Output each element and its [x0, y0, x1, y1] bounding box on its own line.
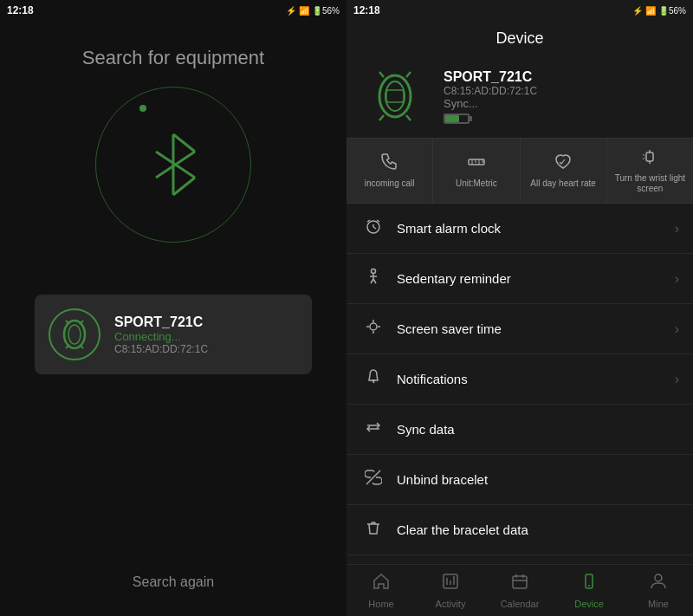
right-status-icons: ⚡ 📶 🔋56% — [632, 6, 686, 16]
battery-bar — [444, 113, 470, 124]
quick-action-incoming-call[interactable]: incoming call — [346, 139, 433, 203]
device-sync-status: Sync... — [444, 97, 679, 110]
bt-dot — [139, 105, 146, 112]
svg-line-37 — [373, 279, 376, 283]
menu-item-clear[interactable]: Clear the bracelet data — [346, 505, 693, 555]
left-panel: 12:18 ⚡ 📶 🔋56% Search for equipment — [0, 0, 346, 616]
screen-saver-label: Screen saver time — [397, 321, 675, 336]
incoming-call-label: incoming call — [365, 178, 415, 189]
svg-point-62 — [655, 574, 662, 581]
menu-item-screen-saver[interactable]: Screen saver time › — [346, 304, 693, 354]
unbind-label: Unbind bracelet — [397, 472, 679, 487]
bluetooth-status-icon: ⚡ — [286, 6, 296, 16]
alarm-arrow: › — [675, 221, 679, 237]
wrist-icon — [640, 147, 659, 170]
right-panel: 12:18 ⚡ 📶 🔋56% Device SPORT_721C C8:15:A… — [346, 0, 693, 616]
svg-line-3 — [173, 178, 195, 195]
device-battery — [444, 113, 679, 124]
notifications-label: Notifications — [397, 372, 675, 386]
device-bracelet-image — [360, 62, 430, 131]
device-details: SPORT_721C C8:15:AD:DD:72:1C Sync... — [444, 69, 679, 124]
device-info-section: SPORT_721C C8:15:AD:DD:72:1C Sync... — [346, 55, 693, 138]
menu-item-sync[interactable]: Sync data — [346, 405, 693, 455]
left-status-icons: ⚡ 📶 🔋56% — [286, 6, 340, 16]
menu-item-unbind[interactable]: Unbind bracelet — [346, 455, 693, 505]
battery-fill — [445, 115, 459, 122]
sedentary-icon — [360, 268, 386, 289]
sync-icon — [360, 418, 386, 440]
device-card-info: SPORT_721C Connecting... C8:15:AD:DD:72:… — [114, 314, 298, 355]
svg-rect-56 — [513, 576, 527, 588]
menu-list: Smart alarm clock › Sedentary reminder › — [346, 204, 693, 564]
quick-action-heart-rate[interactable]: All day heart rate — [521, 139, 607, 203]
svg-line-17 — [406, 115, 411, 120]
nav-calendar[interactable]: Calendar — [485, 565, 554, 616]
home-icon — [372, 572, 391, 596]
svg-line-7 — [66, 321, 69, 324]
right-bluetooth-icon: ⚡ — [632, 6, 643, 16]
svg-line-9 — [66, 345, 69, 348]
sync-label: Sync data — [397, 422, 679, 437]
nav-device[interactable]: Device — [554, 565, 624, 616]
nav-activity[interactable]: Activity — [416, 565, 485, 616]
screen-saver-icon — [360, 318, 386, 340]
screen-saver-arrow: › — [675, 321, 679, 337]
bottom-nav: Home Activity Ca — [346, 564, 693, 616]
svg-line-16 — [379, 115, 384, 120]
menu-item-alarm[interactable]: Smart alarm clock › — [346, 204, 693, 254]
battery-icon: 🔋56% — [312, 6, 340, 16]
menu-item-sedentary[interactable]: Sedentary reminder › — [346, 254, 693, 304]
device-card-mac: C8:15:AD:DD:72:1C — [114, 343, 298, 355]
alarm-label: Smart alarm clock — [397, 221, 675, 236]
calendar-icon — [510, 572, 529, 596]
mine-icon — [649, 572, 668, 596]
alarm-icon — [360, 217, 386, 239]
svg-point-61 — [588, 585, 590, 587]
wrist-screen-label: Turn the wrist light screen — [611, 173, 690, 194]
activity-icon — [441, 572, 460, 596]
clear-label: Clear the bracelet data — [397, 522, 679, 537]
nav-home-label: Home — [368, 599, 393, 609]
svg-line-10 — [80, 345, 83, 348]
heart-rate-label: All day heart rate — [530, 178, 596, 189]
nav-device-label: Device — [574, 599, 604, 609]
bluetooth-circle — [95, 87, 251, 243]
svg-line-14 — [379, 72, 384, 77]
device-sport-mac: C8:15:AD:DD:72:1C — [444, 85, 679, 97]
device-nav-icon — [580, 572, 599, 596]
quick-action-wrist-screen[interactable]: Turn the wrist light screen — [607, 139, 693, 203]
svg-point-12 — [385, 81, 405, 111]
nav-home[interactable]: Home — [346, 565, 416, 616]
svg-line-1 — [173, 134, 195, 152]
phone-icon — [380, 152, 399, 175]
device-card-bracelet-icon — [49, 308, 100, 360]
status-bar-right: 12:18 ⚡ 📶 🔋56% — [346, 0, 693, 21]
ruler-icon — [467, 152, 486, 175]
menu-item-notifications[interactable]: Notifications › — [346, 354, 693, 405]
search-title: Search for equipment — [82, 47, 264, 69]
right-signal-icon: 📶 — [645, 6, 656, 16]
right-time: 12:18 — [353, 4, 380, 16]
quick-actions-bar: incoming call Unit:Metric A — [346, 138, 693, 204]
bluetooth-large-icon — [147, 130, 199, 199]
svg-line-27 — [643, 158, 644, 159]
nav-calendar-label: Calendar — [501, 599, 540, 609]
device-sport-name: SPORT_721C — [444, 69, 679, 85]
search-again-button[interactable]: Search again — [133, 574, 214, 590]
sedentary-label: Sedentary reminder — [397, 271, 675, 286]
device-card-connecting: Connecting... — [114, 330, 298, 343]
trash-icon — [360, 519, 386, 541]
notifications-icon — [360, 368, 386, 390]
svg-line-15 — [406, 72, 411, 77]
svg-point-38 — [370, 323, 377, 330]
device-card[interactable]: SPORT_721C Connecting... C8:15:AD:DD:72:… — [35, 295, 312, 374]
svg-rect-18 — [469, 159, 484, 165]
left-time: 12:18 — [7, 4, 34, 16]
device-page-title: Device — [346, 21, 693, 55]
nav-mine[interactable]: Mine — [624, 565, 693, 616]
nav-mine-label: Mine — [648, 599, 669, 609]
quick-action-unit-metric[interactable]: Unit:Metric — [433, 139, 520, 203]
unbind-icon — [360, 469, 386, 490]
svg-rect-23 — [646, 152, 653, 161]
right-battery-icon: 🔋56% — [658, 6, 686, 16]
